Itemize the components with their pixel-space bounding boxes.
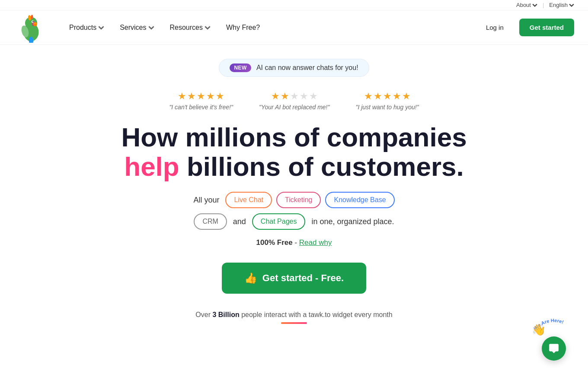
free-dash: - [294, 238, 297, 247]
services-label: Services [120, 24, 146, 32]
language-menu[interactable]: English [549, 2, 574, 8]
review-item-2: ★ ★ ★ ★ ★ "Your AI bot replaced me!" [259, 91, 330, 111]
star-icon: ★ [300, 91, 308, 102]
star-icon: ★ [383, 91, 392, 102]
pills-row-2: CRM and Chat Pages in one, organized pla… [194, 213, 394, 230]
star-icon: ★ [374, 91, 382, 102]
review-quote-2: "Your AI bot replaced me!" [259, 104, 330, 111]
pills-intro: All your [193, 196, 219, 205]
read-why-link[interactable]: Read why [299, 238, 332, 247]
products-label: Products [69, 24, 96, 32]
billion-suffix: people interact with a tawk.to widget ev… [241, 311, 393, 318]
login-button[interactable]: Log in [476, 19, 514, 35]
hero-line2-text: billions of customers. [187, 152, 464, 181]
pills-section: All your Live Chat Ticketing Knowledge B… [193, 192, 394, 230]
star-icon: ★ [178, 91, 186, 102]
products-menu[interactable]: Products [62, 20, 111, 35]
star-icon: ★ [271, 91, 280, 102]
pills-and: and [233, 217, 246, 226]
resources-label: Resources [170, 24, 203, 32]
navbar: Products Services Resources Why Free? Lo… [0, 10, 588, 45]
why-free-label: Why Free? [226, 24, 260, 32]
why-free-link[interactable]: Why Free? [219, 20, 267, 35]
chat-widget[interactable]: We Are Here! 👋 [530, 311, 578, 350]
scroll-hint [281, 322, 307, 324]
cta-label: Get started - Free. [262, 273, 344, 284]
billion-number: 3 Billion [212, 311, 239, 318]
star-icon: ★ [281, 91, 289, 102]
pill-ticketing[interactable]: Ticketing [276, 192, 321, 208]
new-badge: NEW [230, 63, 251, 72]
language-label: English [549, 2, 568, 8]
pills-row-1: All your Live Chat Ticketing Knowledge B… [193, 192, 394, 208]
reviews-row: ★ ★ ★ ★ ★ "I can't believe it's free!" ★… [99, 91, 489, 111]
star-icon: ★ [216, 91, 224, 102]
star-icon: ★ [402, 91, 411, 102]
free-bold-label: 100% Free [256, 238, 293, 247]
logo-icon [14, 13, 48, 43]
language-chevron-icon [569, 3, 574, 8]
star-icon: ★ [290, 91, 299, 102]
svg-point-6 [34, 24, 37, 26]
hero-line2: help billions of customers. [121, 152, 467, 181]
services-chevron-icon [148, 25, 154, 31]
star-icon: ★ [206, 91, 215, 102]
pill-knowledge-base[interactable]: Knowledge Base [325, 192, 394, 208]
review-quote-1: "I can't believe it's free!" [169, 104, 233, 111]
services-menu[interactable]: Services [113, 20, 161, 35]
banner-message: AI can now answer chats for you! [256, 64, 358, 72]
hero-heading: How millions of companies help billions … [121, 123, 467, 181]
free-text: 100% Free - Read why [256, 238, 332, 247]
chat-open-button[interactable] [542, 336, 566, 350]
nav-items: Products Services Resources Why Free? [62, 20, 476, 35]
star-icon: ★ [364, 91, 373, 102]
chat-bubble-icon [548, 343, 559, 350]
about-menu[interactable]: About [516, 2, 537, 8]
logo[interactable] [14, 13, 48, 43]
wave-icon: 👋 [532, 323, 546, 336]
star-icon: ★ [187, 91, 196, 102]
topbar: About | English [0, 0, 588, 10]
resources-chevron-icon [205, 25, 211, 31]
stars-1: ★ ★ ★ ★ ★ [178, 91, 224, 102]
star-icon: ★ [309, 91, 318, 102]
billion-over: Over [195, 311, 211, 318]
svg-point-4 [32, 21, 34, 22]
stars-2: ★ ★ ★ ★ ★ [271, 91, 318, 102]
about-chevron-icon [532, 3, 537, 8]
topbar-separator: | [543, 2, 544, 8]
pills-suffix: in one, organized place. [311, 217, 394, 226]
star-icon: ★ [197, 91, 205, 102]
products-chevron-icon [98, 25, 104, 31]
review-item-3: ★ ★ ★ ★ ★ "I just want to hug you!" [355, 91, 419, 111]
hero-line1: How millions of companies [121, 123, 467, 152]
star-icon: ★ [393, 91, 401, 102]
main-content: NEW AI can now answer chats for you! ★ ★… [0, 45, 588, 350]
billion-text: Over 3 Billion people interact with a ta… [195, 311, 392, 319]
cta-get-started-button[interactable]: 👍 Get started - Free. [222, 263, 366, 294]
about-label: About [516, 2, 531, 8]
hero-highlight: help [124, 152, 179, 181]
thumbs-up-icon: 👍 [244, 272, 257, 284]
review-quote-3: "I just want to hug you!" [355, 104, 419, 111]
pill-chat-pages[interactable]: Chat Pages [252, 213, 306, 230]
resources-menu[interactable]: Resources [163, 20, 217, 35]
pill-crm[interactable]: CRM [194, 213, 227, 230]
stars-3: ★ ★ ★ ★ ★ [364, 91, 411, 102]
review-item-1: ★ ★ ★ ★ ★ "I can't believe it's free!" [169, 91, 233, 111]
nav-right: Log in Get started [476, 19, 574, 36]
new-banner[interactable]: NEW AI can now answer chats for you! [219, 59, 369, 77]
get-started-nav-button[interactable]: Get started [519, 19, 574, 36]
pill-live-chat[interactable]: Live Chat [225, 192, 272, 208]
